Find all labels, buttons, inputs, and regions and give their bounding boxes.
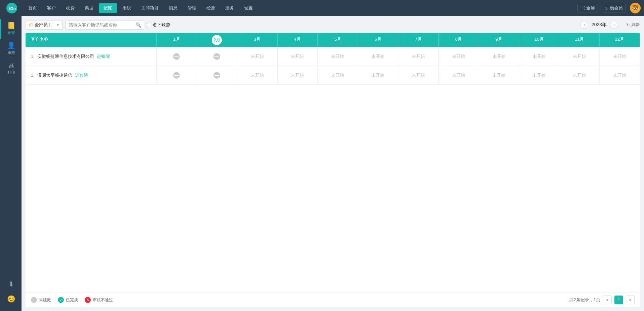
main-content: 🏷 全部员工 ▼ 🔍 名下账套 ‹ 2023年 › ↻ 刷新	[22, 16, 644, 311]
sidebar-item-print[interactable]: 🖨 打印	[0, 59, 22, 78]
legend-label-failed: 审核不通过	[93, 297, 113, 303]
status-not-started: 未开始	[532, 53, 546, 60]
sidebar-label-review: 审核	[8, 50, 15, 55]
table-row: 2 漠澜太平畅捷通信 进账簿 ——未开始未开始未开始未开始未开始未开始未开始未开…	[26, 66, 640, 85]
nav-fee[interactable]: 收费	[61, 3, 79, 13]
td-month-1: —	[157, 47, 197, 66]
legend-failed: ✕ 审核不通过	[85, 297, 113, 303]
prev-page-button[interactable]: <	[603, 296, 612, 304]
status-not-started: 未开始	[412, 53, 425, 60]
sidebar-label-print: 打印	[8, 70, 15, 75]
pagination: 共2条记录，1页 < 1 >	[569, 296, 635, 304]
status-dash-icon: —	[213, 53, 220, 60]
review-icon: 👤	[7, 42, 15, 49]
sidebar-item-download[interactable]: ⬇	[0, 277, 22, 291]
search-wrap: 🔍	[65, 20, 144, 30]
status-dash-icon: —	[173, 53, 180, 60]
svg-text:iOn: iOn	[9, 6, 16, 11]
nav-client[interactable]: 客户	[42, 3, 61, 13]
td-month-12: 未开始	[600, 66, 640, 84]
th-mar: 3月	[237, 33, 278, 47]
next-year-button[interactable]: ›	[610, 21, 618, 29]
table-header: 客户名称 1月 2月 3月 4月 5月 6月 7月 8月 9月 10月 11月 …	[26, 33, 640, 47]
th-jun: 6月	[358, 33, 398, 47]
td-month-5: 未开始	[318, 66, 358, 84]
year-text: 2023年	[592, 22, 607, 28]
th-dec: 12月	[600, 33, 640, 47]
status-not-started: 未开始	[251, 72, 264, 78]
td-month-10: 未开始	[519, 66, 560, 84]
avatar[interactable]: 🐯	[630, 3, 641, 13]
refresh-button[interactable]: ↻ 刷新	[626, 22, 640, 28]
fullscreen-icon: ⛶	[580, 6, 585, 11]
next-page-button[interactable]: >	[626, 296, 635, 304]
td-month-2: —	[197, 47, 237, 66]
main-nav: 首页 客户 收费 票据 记账 报税 工商项目 消息 管理 经营 服务 设置	[24, 3, 577, 13]
prev-year-button[interactable]: ‹	[580, 21, 588, 29]
status-dash-icon: —	[213, 72, 220, 79]
row-number: 2	[31, 73, 33, 78]
th-apr: 4月	[278, 33, 318, 47]
td-month-11: 未开始	[559, 47, 600, 66]
sidebar-item-accounting[interactable]: 📒 记账	[0, 19, 22, 39]
nav-operation[interactable]: 经营	[202, 3, 220, 13]
th-client: 客户名称	[26, 33, 157, 47]
search-button[interactable]: 🔍	[133, 21, 144, 29]
search-input[interactable]	[66, 21, 133, 29]
refresh-icon: ↻	[626, 23, 630, 28]
status-not-started: 未开始	[452, 53, 465, 60]
nav-message[interactable]: 消息	[164, 3, 182, 13]
nav-invoice[interactable]: 票据	[80, 3, 98, 13]
year-nav: ‹ 2023年 ›	[580, 21, 618, 29]
employee-select[interactable]: 🏷 全部员工 ▼	[26, 20, 63, 30]
td-month-6: 未开始	[358, 66, 398, 84]
th-aug: 8月	[439, 33, 479, 47]
legend-label-completed: 已完成	[66, 297, 78, 303]
row-number: 1	[31, 54, 33, 59]
status-not-started: 未开始	[291, 72, 304, 78]
td-month-10: 未开始	[519, 47, 560, 66]
nav-tax[interactable]: 报税	[118, 3, 136, 13]
status-not-started: 未开始	[532, 72, 546, 78]
td-month-12: 未开始	[600, 47, 640, 66]
nav-business[interactable]: 工商项目	[136, 3, 163, 13]
dropdown-arrow-icon: ▼	[56, 23, 59, 27]
my-accounts-checkbox[interactable]	[147, 23, 151, 27]
nav-settings[interactable]: 设置	[239, 3, 257, 13]
sidebar-item-profile[interactable]: 😊	[0, 292, 22, 306]
status-not-started: 未开始	[412, 72, 425, 78]
th-nov: 11月	[559, 33, 600, 47]
fullscreen-button[interactable]: ⛶ 全屏	[577, 4, 598, 12]
th-jul: 7月	[398, 33, 439, 47]
employee-icon: 🏷	[29, 22, 33, 28]
legend-dot-gray: —	[31, 297, 37, 303]
th-may: 5月	[318, 33, 358, 47]
td-month-7: 未开始	[398, 47, 439, 66]
current-page-button[interactable]: 1	[614, 296, 623, 304]
status-dash-icon: —	[173, 72, 180, 79]
td-client: 1 安徽畅捷通信息技术有限公司 进账簿	[26, 47, 157, 66]
accounting-icon: 📒	[7, 22, 15, 29]
td-month-1: —	[157, 66, 197, 84]
client-name: 安徽畅捷通信息技术有限公司	[37, 53, 94, 60]
nav-accounting[interactable]: 记账	[99, 3, 117, 13]
refresh-label: 刷新	[631, 22, 640, 28]
vip-button[interactable]: ▷ 畅会员	[602, 4, 626, 12]
accounting-table: 客户名称 1月 2月 3月 4月 5月 6月 7月 8月 9月 10月 11月 …	[26, 33, 640, 307]
nav-manage[interactable]: 管理	[183, 3, 201, 13]
nav-service[interactable]: 服务	[220, 3, 239, 13]
td-month-8: 未开始	[439, 66, 479, 84]
nav-home[interactable]: 首页	[24, 3, 42, 13]
td-month-2: —	[197, 66, 237, 84]
enter-account-link[interactable]: 进账簿	[97, 53, 110, 60]
td-month-3: 未开始	[237, 47, 278, 66]
my-accounts-checkbox-wrap[interactable]: 名下账套	[147, 22, 170, 28]
enter-account-link[interactable]: 进账簿	[75, 72, 88, 78]
sidebar-item-review[interactable]: 👤 审核	[0, 39, 22, 59]
status-not-started: 未开始	[573, 72, 586, 78]
status-not-started: 未开始	[613, 72, 626, 78]
td-month-7: 未开始	[398, 66, 439, 84]
active-month-circle: 2月	[212, 35, 222, 45]
th-feb: 2月	[197, 33, 237, 47]
td-month-11: 未开始	[559, 66, 600, 84]
